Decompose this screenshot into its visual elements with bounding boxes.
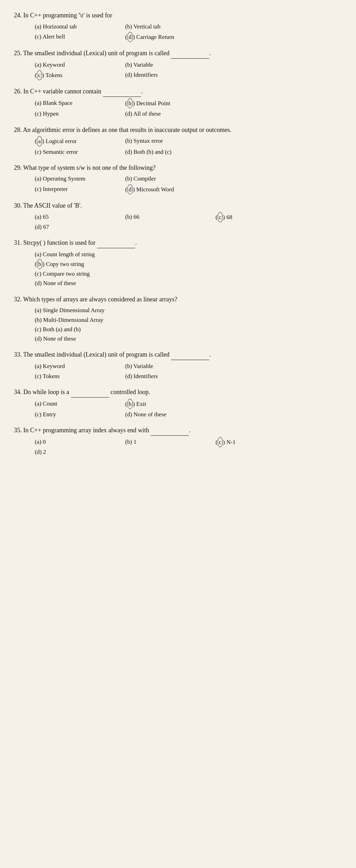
options-28: (a) Logical error(b) Syntax error(c) Sem… bbox=[35, 136, 342, 156]
option-34-3: (d) None of these bbox=[125, 410, 202, 419]
option-31-2: (c) Compare two string bbox=[35, 269, 342, 278]
option-28-0: (a) Logical error bbox=[35, 136, 111, 146]
option-32-2: (c) Both (a) and (b) bbox=[35, 325, 342, 334]
option-28-1: (b) Syntax error bbox=[125, 136, 202, 146]
option-29-0: (a) Operating System bbox=[35, 174, 111, 183]
option-29-1: (b) Compiler bbox=[125, 174, 202, 183]
question-text-30: 30. The ASCII value of 'B'. bbox=[14, 201, 342, 211]
option-row-29-1: (c) Interpreter(d) Microsoft Word bbox=[35, 184, 342, 194]
option-row-25-1: (c) Tokens(d) Identifiers bbox=[35, 70, 342, 80]
option-31-3: (d) None of these bbox=[35, 278, 342, 288]
option-34-0: (a) Count bbox=[35, 399, 111, 409]
option-row-24-1: (c) Alert bell(d) Carriage Return bbox=[35, 32, 342, 42]
option-row-26-1: (c) Hypen(d) All of these bbox=[35, 109, 342, 118]
options-35: (a) 0(b) 1(c) N-1(d) 2 bbox=[35, 437, 342, 457]
option-row-28-1: (c) Semantic error(d) Both (b) and (c) bbox=[35, 147, 342, 157]
option-30-2: (c) 68 bbox=[216, 212, 292, 222]
option-31-1: (b) Copy two string bbox=[35, 259, 342, 269]
option-row-34-1: (c) Entry(d) None of these bbox=[35, 410, 342, 419]
option-25-3: (d) Identifiers bbox=[125, 70, 202, 80]
circled-label: d bbox=[127, 32, 133, 42]
option-row-33-0: (a) Keyword(b) Variable bbox=[35, 361, 342, 371]
option-24-2: (c) Alert bell bbox=[35, 32, 111, 42]
question-text-31: 31. Strcpy( ) function is used for . bbox=[14, 238, 342, 248]
options-33: (a) Keyword(b) Variable(c) Tokens(d) Ide… bbox=[35, 361, 342, 381]
question-text-24: 24. In C++ programming '\r' is used for bbox=[14, 10, 342, 20]
option-24-3: (d) Carriage Return bbox=[125, 32, 202, 42]
question-33: 33. The smallest individual (Lexical) un… bbox=[14, 350, 342, 381]
option-25-1: (b) Variable bbox=[125, 60, 202, 69]
option-26-3: (d) All of these bbox=[125, 109, 202, 118]
option-30-3: (d) 67 bbox=[35, 222, 111, 232]
question-28: 28. An algorithmic error is defines as o… bbox=[14, 125, 342, 157]
question-35: 35. In C++ programming array index alway… bbox=[14, 425, 342, 457]
circled-label: c bbox=[37, 70, 42, 80]
option-24-0: (a) Horizontal tab bbox=[35, 22, 111, 31]
option-32-0: (a) Single Dimensional Array bbox=[35, 306, 342, 315]
option-25-0: (a) Keyword bbox=[35, 60, 111, 69]
option-33-2: (c) Tokens bbox=[35, 372, 111, 381]
question-25: 25. The smallest individual (Lexical) un… bbox=[14, 48, 342, 80]
option-26-1: (b) Decimal Point bbox=[125, 98, 202, 108]
question-29: 29. What type of system s/w is not one o… bbox=[14, 163, 342, 194]
question-26: 26. In C++ variable cannot contain .(a) … bbox=[14, 86, 342, 118]
question-text-33: 33. The smallest individual (Lexical) un… bbox=[14, 350, 342, 360]
options-30: (a) 65(b) 66(c) 68(d) 67 bbox=[35, 212, 342, 232]
circled-label: c bbox=[218, 212, 223, 222]
option-32-1: (b) Multi-Dimensional Array bbox=[35, 315, 342, 325]
circled-label: b bbox=[37, 259, 43, 269]
option-row-28-0: (a) Logical error(b) Syntax error bbox=[35, 136, 342, 146]
circled-label: a bbox=[37, 136, 42, 146]
option-31-0: (a) Count length of string bbox=[35, 250, 342, 259]
option-33-0: (a) Keyword bbox=[35, 361, 111, 371]
option-row-30: (a) 65(b) 66(c) 68(d) 67 bbox=[35, 212, 342, 232]
option-35-2: (c) N-1 bbox=[216, 437, 292, 447]
question-text-34: 34. Do while loop is a controlled loop. bbox=[14, 387, 342, 398]
option-row-24-0: (a) Horizontal tab(b) Vertical tab bbox=[35, 22, 342, 31]
option-row-35: (a) 0(b) 1(c) N-1(d) 2 bbox=[35, 437, 342, 457]
option-28-3: (d) Both (b) and (c) bbox=[125, 147, 202, 157]
option-28-2: (c) Semantic error bbox=[35, 147, 111, 157]
option-33-1: (b) Variable bbox=[125, 361, 202, 371]
option-30-0: (a) 65 bbox=[35, 212, 111, 222]
option-26-0: (a) Blank Space bbox=[35, 98, 111, 108]
question-text-28: 28. An algorithmic error is defines as o… bbox=[14, 125, 342, 135]
circled-label: b bbox=[127, 98, 133, 108]
question-31: 31. Strcpy( ) function is used for .(a) … bbox=[14, 238, 342, 288]
question-34: 34. Do while loop is a controlled loop.(… bbox=[14, 387, 342, 419]
circled-label: b bbox=[127, 399, 133, 409]
options-26: (a) Blank Space(b) Decimal Point(c) Hype… bbox=[35, 98, 342, 118]
question-text-29: 29. What type of system s/w is not one o… bbox=[14, 163, 342, 173]
question-text-25: 25. The smallest individual (Lexical) un… bbox=[14, 48, 342, 59]
option-29-3: (d) Microsoft Word bbox=[125, 184, 202, 194]
option-row-26-0: (a) Blank Space(b) Decimal Point bbox=[35, 98, 342, 108]
options-24: (a) Horizontal tab(b) Vertical tab(c) Al… bbox=[35, 22, 342, 42]
circled-label: d bbox=[127, 184, 133, 194]
option-35-3: (d) 2 bbox=[35, 447, 111, 457]
option-35-1: (b) 1 bbox=[125, 437, 202, 447]
circled-label: c bbox=[218, 437, 223, 447]
question-text-32: 32. Which types of arrays are always con… bbox=[14, 294, 342, 304]
options-32: (a) Single Dimensional Array(b) Multi-Di… bbox=[35, 306, 342, 343]
options-29: (a) Operating System(b) Compiler(c) Inte… bbox=[35, 174, 342, 194]
question-32: 32. Which types of arrays are always con… bbox=[14, 294, 342, 344]
options-34: (a) Count(b) Exit(c) Entry(d) None of th… bbox=[35, 399, 342, 419]
option-25-2: (c) Tokens bbox=[35, 70, 111, 80]
option-row-34-0: (a) Count(b) Exit bbox=[35, 399, 342, 409]
options-25: (a) Keyword(b) Variable(c) Tokens(d) Ide… bbox=[35, 60, 342, 80]
option-34-1: (b) Exit bbox=[125, 399, 202, 409]
option-24-1: (b) Vertical tab bbox=[125, 22, 202, 31]
option-32-3: (d) None of these bbox=[35, 334, 342, 343]
question-text-35: 35. In C++ programming array index alway… bbox=[14, 425, 342, 436]
question-30: 30. The ASCII value of 'B'.(a) 65(b) 66(… bbox=[14, 201, 342, 232]
option-26-2: (c) Hypen bbox=[35, 109, 111, 118]
question-text-26: 26. In C++ variable cannot contain . bbox=[14, 86, 342, 97]
options-31: (a) Count length of string(b) Copy two s… bbox=[35, 250, 342, 288]
option-row-29-0: (a) Operating System(b) Compiler bbox=[35, 174, 342, 183]
option-35-0: (a) 0 bbox=[35, 437, 111, 447]
option-row-25-0: (a) Keyword(b) Variable bbox=[35, 60, 342, 69]
option-33-3: (d) Identifiers bbox=[125, 372, 202, 381]
option-row-33-1: (c) Tokens(d) Identifiers bbox=[35, 372, 342, 381]
option-34-2: (c) Entry bbox=[35, 410, 111, 419]
option-30-1: (b) 66 bbox=[125, 212, 202, 222]
